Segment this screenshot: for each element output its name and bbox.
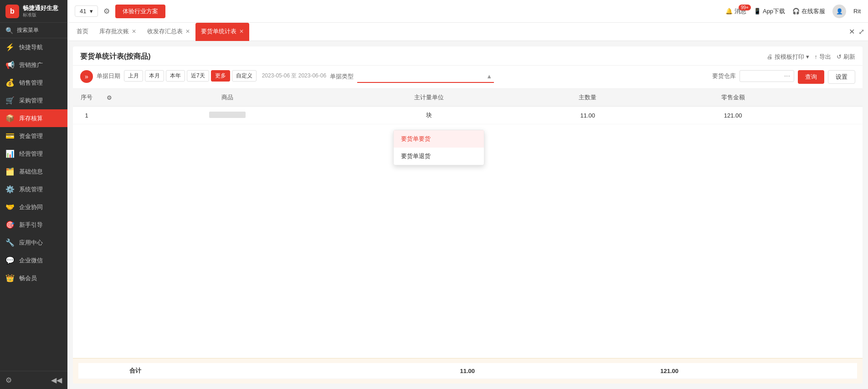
last-month-btn[interactable]: 上月 <box>124 70 143 82</box>
footer-gear-cell <box>106 363 124 379</box>
table-row: 1 块 11.00 121.00 <box>73 107 863 124</box>
app-logo-text: 畅捷通好生意 标准版 <box>23 5 58 18</box>
sidebar-item-purchase[interactable]: 🛒 采购管理 <box>0 92 67 109</box>
expand-icon: » <box>85 73 88 80</box>
sidebar-item-system[interactable]: ⚙️ 系统管理 <box>0 180 67 198</box>
sidebar-item-app-center[interactable]: 🔧 应用中心 <box>0 234 67 251</box>
dropdown-item-return[interactable]: 要货单退货 <box>394 148 484 165</box>
wechat-icon: 💬 <box>5 256 15 265</box>
notifications-btn[interactable]: 🔔 消息 99+ <box>725 7 746 15</box>
main-area: 41 ▾ ⚙ 体验行业方案 🔔 消息 99+ 📱 App下载 🎧 在线客服 👤 … <box>67 0 868 389</box>
table-footer: 合计 11.00 121.00 <box>73 358 863 384</box>
sidebar-item-guide[interactable]: 🎯 新手引导 <box>0 216 67 234</box>
export-btn[interactable]: ↑ 导出 <box>815 53 832 61</box>
tabs-bar: 首页 库存批次账 ✕ 收发存汇总表 ✕ 要货单统计表 ✕ ✕ ⤢ <box>67 23 868 41</box>
cell-seq: 1 <box>73 107 100 124</box>
sidebar-nav: ⚡ 快捷导航 📢 营销推广 💰 销售管理 🛒 采购管理 📦 库存核算 💳 资金管… <box>0 38 67 371</box>
more-date-btn[interactable]: 更多 <box>211 70 230 82</box>
base-info-icon: 🗂️ <box>5 167 15 176</box>
sidebar-item-quick-nav[interactable]: ⚡ 快捷导航 <box>0 38 67 56</box>
chevron-down-icon: ▾ <box>90 8 93 15</box>
phone-icon: 📱 <box>754 8 761 15</box>
this-year-btn[interactable]: 本年 <box>166 70 185 82</box>
guide-icon: 🎯 <box>5 220 15 229</box>
tabs-actions: ✕ ⤢ <box>849 27 864 36</box>
tab-close-receive-summary[interactable]: ✕ <box>185 28 190 35</box>
custom-date-btn[interactable]: 自定义 <box>232 70 257 82</box>
footer-label: 合计 <box>124 363 292 379</box>
data-table: 序号 ⚙ 商品 主计量单位 主数量 零售金额 1 <box>73 89 863 124</box>
cell-amount: 121.00 <box>653 107 812 124</box>
warehouse-filter-label: 要货仓库 <box>712 72 736 80</box>
col-amount: 零售金额 <box>653 89 812 107</box>
dropdown-item-order[interactable]: 要货单要货 <box>394 130 484 148</box>
sidebar-search[interactable]: 🔍 搜索菜单 <box>0 23 67 38</box>
collapse-icon[interactable]: ◀◀ <box>51 376 62 384</box>
date-range-display: 2023-05-06 至 2023-06-06 <box>262 72 326 80</box>
sidebar-item-finance[interactable]: 💳 资金管理 <box>0 127 67 145</box>
settings-btn[interactable]: 设置 <box>828 70 855 84</box>
sidebar-item-enterprise[interactable]: 🤝 企业协同 <box>0 198 67 216</box>
expand-tabs-btn[interactable]: ⤢ <box>858 27 864 36</box>
type-filter-select[interactable]: ▲ <box>357 70 494 83</box>
sidebar-item-sales[interactable]: 💰 销售管理 <box>0 74 67 92</box>
tab-home[interactable]: 首页 <box>71 23 94 41</box>
user-avatar[interactable]: 👤 <box>832 5 846 18</box>
col-product: 商品 <box>118 89 336 107</box>
warehouse-filter-select[interactable]: ··· <box>740 70 794 82</box>
page-card: 要货单统计表(按商品) 🖨 按模板打印 ▾ ↑ 导出 ↺ 刷新 <box>73 46 863 384</box>
date-filter-buttons: 上月 本月 本年 近7天 更多 自定义 <box>124 70 257 82</box>
notification-badge: 99+ <box>739 5 751 10</box>
col-gear[interactable]: ⚙ <box>100 89 118 107</box>
chevron-down-print-icon: ▾ <box>806 53 809 60</box>
cell-gear <box>100 107 118 124</box>
export-icon: ↑ <box>815 53 818 60</box>
last-7-days-btn[interactable]: 近7天 <box>187 70 209 82</box>
footer-amount: 121.00 <box>562 363 776 379</box>
system-icon: ⚙️ <box>5 185 15 194</box>
content-area: 要货单统计表(按商品) 🖨 按模板打印 ▾ ↑ 导出 ↺ 刷新 <box>67 41 868 389</box>
this-month-btn[interactable]: 本月 <box>145 70 164 82</box>
inventory-icon: 📦 <box>5 114 15 123</box>
warehouse-more-icon: ··· <box>784 72 790 80</box>
print-template-btn[interactable]: 🖨 按模板打印 ▾ <box>767 53 809 61</box>
app-download-btn[interactable]: 📱 App下载 <box>754 7 785 15</box>
query-btn[interactable]: 查询 <box>798 70 824 84</box>
footer-table: 合计 11.00 121.00 <box>78 363 857 379</box>
sidebar-item-member[interactable]: 👑 畅会员 <box>0 269 67 287</box>
trial-btn[interactable]: 体验行业方案 <box>115 5 165 18</box>
tab-receive-summary[interactable]: 收发存汇总表 ✕ <box>142 23 195 41</box>
footer-unit-cell <box>292 363 373 379</box>
tab-order-stats[interactable]: 要货单统计表 ✕ <box>195 23 249 41</box>
username-label[interactable]: Rit <box>853 8 861 15</box>
bell-icon: 🔔 <box>725 8 733 15</box>
refresh-icon: ↺ <box>837 53 842 60</box>
close-all-tabs-btn[interactable]: ✕ <box>849 27 855 36</box>
app-center-icon: 🔧 <box>5 238 15 247</box>
enterprise-icon: 🤝 <box>5 203 15 211</box>
sidebar-item-wechat[interactable]: 💬 企业微信 <box>0 251 67 269</box>
tab-close-order-stats[interactable]: ✕ <box>239 28 244 35</box>
sidebar-item-marketing[interactable]: 📢 营销推广 <box>0 56 67 74</box>
finance-icon: 💳 <box>5 132 15 140</box>
table-header-row: 序号 ⚙ 商品 主计量单位 主数量 零售金额 <box>73 89 863 107</box>
sidebar-item-operations[interactable]: 📊 经营管理 <box>0 145 67 163</box>
footer-seq-cell <box>78 363 106 379</box>
refresh-btn[interactable]: ↺ 刷新 <box>837 53 855 61</box>
tab-close-inventory-batch[interactable]: ✕ <box>132 28 136 35</box>
product-name-blurred <box>209 112 246 118</box>
online-service-btn[interactable]: 🎧 在线客服 <box>792 7 825 15</box>
topbar: 41 ▾ ⚙ 体验行业方案 🔔 消息 99+ 📱 App下载 🎧 在线客服 👤 … <box>67 0 868 23</box>
member-icon: 👑 <box>5 274 15 282</box>
settings-footer-icon[interactable]: ⚙ <box>5 376 12 384</box>
sidebar-item-base-info[interactable]: 🗂️ 基础信息 <box>0 163 67 180</box>
tab-inventory-batch[interactable]: 库存批次账 ✕ <box>94 23 142 41</box>
headset-icon: 🎧 <box>792 8 800 15</box>
sidebar-item-inventory[interactable]: 📦 库存核算 <box>0 109 67 127</box>
topbar-gear-icon[interactable]: ⚙ <box>103 7 110 15</box>
page-title: 要货单统计表(按商品) <box>80 52 151 61</box>
date-filter-label: 单据日期 <box>97 72 120 80</box>
company-selector[interactable]: 41 ▾ <box>75 5 98 17</box>
filter-expand-btn[interactable]: » <box>80 70 93 83</box>
type-dropdown: 要货单要货 要货单退货 <box>393 130 484 165</box>
